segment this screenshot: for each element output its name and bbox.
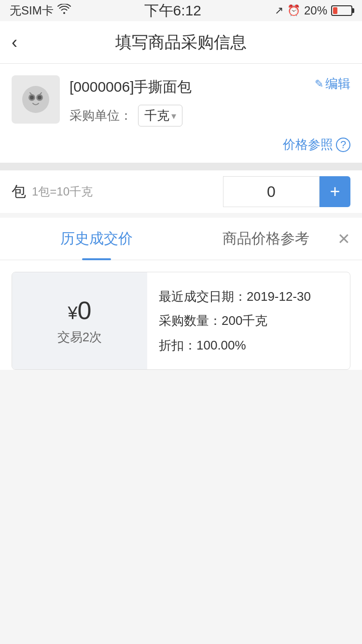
product-thumbnail (12, 75, 60, 124)
recent-date-item: 最近成交日期：2019-12-30 (159, 288, 338, 305)
discount-label: 折扣： (159, 338, 196, 352)
product-unit-row: 采购单位： 千克 ▾ (70, 105, 315, 126)
carrier-text: 无SIM卡 (10, 3, 54, 18)
history-price-block: ¥0 交易2次 (12, 272, 147, 369)
back-button[interactable]: ‹ (12, 32, 17, 53)
purchase-quantity-value: 200千克 (222, 313, 267, 328)
product-info: [0000006]手撕面包 采购单位： 千克 ▾ (70, 75, 315, 126)
tab-price-ref-label: 商品价格参考 (223, 229, 309, 249)
quantity-left: 包 1包=10千克 (12, 182, 93, 202)
quantity-row: 包 1包=10千克 0 + (0, 170, 362, 213)
status-right: ↗ ⏰ 20% (275, 4, 352, 17)
edit-icon: ✎ (315, 78, 323, 90)
price-ref-label: 价格参照 (283, 136, 333, 153)
quantity-unit-label: 包 (12, 182, 26, 202)
location-icon: ↗ (275, 4, 283, 17)
quantity-plus-button[interactable]: + (320, 176, 350, 207)
section-divider (0, 163, 362, 170)
discount-value: 100.00% (196, 338, 246, 352)
quantity-conversion-hint: 1包=10千克 (32, 184, 93, 199)
tab-header: 历史成交价 商品价格参考 ✕ (0, 218, 362, 260)
edit-button[interactable]: ✎ 编辑 (315, 75, 350, 92)
nav-bar: ‹ 填写商品采购信息 (0, 21, 362, 64)
history-details: 最近成交日期：2019-12-30 采购数量：200千克 折扣：100.00% (147, 272, 350, 369)
battery-percent: 20% (304, 4, 327, 17)
tab-history-label: 历史成交价 (60, 229, 133, 249)
svg-point-4 (38, 96, 42, 99)
status-bar: 无SIM卡 下午6:12 ↗ ⏰ 20% (0, 0, 362, 21)
wifi-icon (57, 4, 71, 17)
tab-close-button[interactable]: ✕ (337, 230, 350, 248)
unit-value: 千克 (144, 107, 169, 124)
page-title: 填写商品采购信息 (115, 31, 247, 54)
discount-item: 折扣：100.00% (159, 336, 338, 354)
alarm-icon: ⏰ (287, 4, 300, 17)
product-header: [0000006]手撕面包 采购单位： 千克 ▾ ✎ 编辑 (12, 75, 350, 126)
svg-point-3 (30, 96, 34, 99)
status-left: 无SIM卡 (10, 3, 71, 18)
tab-history-price[interactable]: 历史成交价 (12, 218, 181, 260)
history-card: ¥0 交易2次 最近成交日期：2019-12-30 采购数量：200千克 折扣：… (12, 272, 350, 370)
quantity-input[interactable]: 0 (223, 176, 320, 207)
chevron-down-icon: ▾ (171, 110, 176, 122)
history-price: ¥0 (68, 296, 92, 325)
battery-indicator (331, 5, 352, 16)
price-ref-button[interactable]: 价格参照 ? (283, 136, 350, 153)
quantity-right: 0 + (223, 176, 350, 207)
purchase-quantity-label: 采购数量： (159, 313, 222, 328)
purchase-quantity-item: 采购数量：200千克 (159, 312, 338, 329)
help-icon: ? (336, 138, 350, 152)
tab-section: 历史成交价 商品价格参考 ✕ ¥0 交易2次 最近成交日期：2019-12-30 (0, 218, 362, 370)
product-name: [0000006]手撕面包 (70, 77, 315, 97)
currency-symbol: ¥ (68, 303, 78, 323)
product-card: [0000006]手撕面包 采购单位： 千克 ▾ ✎ 编辑 价格参照 ? (0, 64, 362, 163)
product-left: [0000006]手撕面包 采购单位： 千克 ▾ (12, 75, 315, 126)
unit-label: 采购单位： (70, 107, 132, 124)
tab-active-indicator (82, 258, 111, 260)
svg-point-0 (22, 86, 49, 113)
tab-price-reference[interactable]: 商品价格参考 (181, 218, 350, 260)
unit-select[interactable]: 千克 ▾ (138, 105, 182, 126)
recent-date-label: 最近成交日期： (159, 289, 247, 304)
recent-date-value: 2019-12-30 (247, 289, 311, 304)
price-value: 0 (78, 296, 92, 324)
main-content: 历史成交价 商品价格参考 ✕ ¥0 交易2次 最近成交日期：2019-12-30 (0, 218, 362, 507)
price-ref-row: 价格参照 ? (12, 136, 350, 153)
trade-count: 交易2次 (57, 329, 102, 346)
status-time: 下午6:12 (144, 1, 201, 21)
